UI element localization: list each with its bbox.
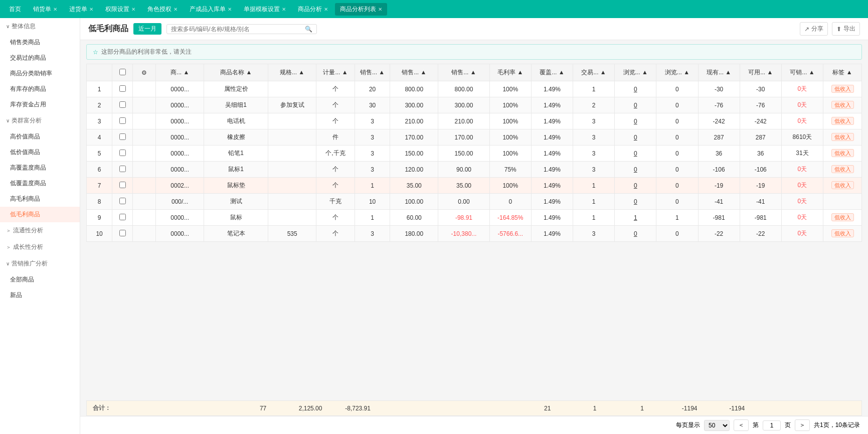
nav-template-settings[interactable]: 单据模板设置 ✕	[239, 3, 291, 16]
sidebar-section-group[interactable]: ∨ 类群富分析	[0, 112, 80, 129]
nav-role-auth[interactable]: 角色授权 ✕	[142, 3, 183, 16]
nav-close-analysis-list[interactable]: ✕	[378, 7, 382, 12]
export-button[interactable]: ⬆ 导出	[832, 22, 860, 36]
sidebar-item-high-profit[interactable]: 高毛利商品	[0, 191, 80, 207]
nav-product-analysis-list[interactable]: 商品分析列表 ✕	[335, 3, 387, 16]
cell-checkbox[interactable]	[112, 81, 133, 97]
next-page-button[interactable]: ＞	[795, 419, 810, 431]
sidebar-item-stocked-products[interactable]: 有库存的商品	[0, 81, 80, 97]
th-spec[interactable]: 规格... ▲	[268, 64, 316, 81]
cell-browse1[interactable]: 1	[615, 210, 656, 226]
cell-browse1[interactable]: 0	[615, 226, 656, 242]
cell-browse1[interactable]: 0	[615, 194, 656, 210]
sidebar-item-stock-capital[interactable]: 库存资金占用	[0, 97, 80, 112]
th-code[interactable]: 商... ▲	[156, 64, 204, 81]
sidebar-item-low-value[interactable]: 低价值商品	[0, 144, 80, 160]
row-checkbox[interactable]	[119, 85, 126, 92]
row-checkbox[interactable]	[119, 198, 126, 204]
th-profit-rate[interactable]: 毛利率 ▲	[489, 64, 531, 81]
prev-page-button[interactable]: ＜	[734, 419, 749, 431]
nav-close-permission[interactable]: ✕	[131, 7, 135, 12]
filter-recent-month-button[interactable]: 近一月	[133, 23, 161, 35]
th-unit[interactable]: 计量... ▲	[316, 64, 355, 81]
nav-sales-order[interactable]: 销货单 ✕	[28, 3, 62, 16]
nav-close-finished-goods[interactable]: ✕	[228, 7, 232, 12]
nav-product-analysis[interactable]: 商品分析 ✕	[293, 3, 333, 16]
th-name[interactable]: 商品名称 ▲	[204, 64, 268, 81]
cell-checkbox[interactable]	[112, 97, 133, 113]
th-sales-price[interactable]: 销售... ▲	[390, 64, 438, 81]
nav-close-product-analysis[interactable]: ✕	[324, 7, 328, 12]
cell-browse1[interactable]: 0	[615, 113, 656, 129]
cell-checkbox[interactable]	[112, 194, 133, 210]
cell-checkbox[interactable]	[112, 162, 133, 178]
row-checkbox[interactable]	[119, 214, 126, 220]
sidebar-item-new-products[interactable]: 新品	[0, 287, 80, 303]
cell-browse1[interactable]: 0	[615, 81, 656, 97]
sidebar-section-flow[interactable]: ＞ 流通性分析	[0, 222, 80, 239]
cell-checkbox[interactable]	[112, 129, 133, 146]
row-checkbox[interactable]	[119, 117, 126, 124]
per-page-select[interactable]: 50 100 200	[704, 420, 730, 431]
sidebar-item-high-coverage[interactable]: 高覆盖度商品	[0, 160, 80, 176]
th-current-stock[interactable]: 现有... ▲	[698, 64, 740, 81]
nav-close-purchase-order[interactable]: ✕	[89, 7, 93, 12]
sidebar-item-all-products[interactable]: 全部商品	[0, 272, 80, 287]
sidebar-item-traded-products[interactable]: 交易过的商品	[0, 50, 80, 66]
sidebar-section-growth[interactable]: ＞ 成长性分析	[0, 239, 80, 255]
th-coverage[interactable]: 覆盖... ▲	[531, 64, 573, 81]
row-checkbox[interactable]	[119, 133, 126, 140]
cell-index: 1	[87, 81, 112, 97]
nav-close-sales-order[interactable]: ✕	[53, 7, 57, 12]
th-available-stock[interactable]: 可用... ▲	[740, 64, 781, 81]
share-button[interactable]: ↗ 分享	[800, 22, 828, 36]
row-checkbox[interactable]	[119, 230, 126, 236]
th-checkbox[interactable]	[112, 64, 133, 81]
nav-close-role-auth[interactable]: ✕	[173, 7, 178, 12]
cell-trade: 1	[573, 81, 615, 97]
th-trade[interactable]: 交易... ▲	[573, 64, 615, 81]
row-checkbox[interactable]	[119, 166, 126, 172]
sidebar-section-marketing[interactable]: ∨ 营销推广分析	[0, 255, 80, 272]
cell-browse1[interactable]: 0	[615, 178, 656, 194]
row-checkbox[interactable]	[119, 101, 126, 108]
cell-checkbox[interactable]	[112, 146, 133, 162]
sidebar-item-category-rate[interactable]: 商品分类助销率	[0, 66, 80, 81]
search-input[interactable]	[171, 26, 305, 33]
nav-finished-goods[interactable]: 产成品入库单 ✕	[185, 3, 237, 16]
nav-close-template[interactable]: ✕	[282, 7, 286, 12]
th-sales-qty[interactable]: 销售... ▲	[355, 64, 390, 81]
select-all-checkbox[interactable]	[119, 69, 126, 75]
sidebar-item-sales-products[interactable]: 销售类商品	[0, 35, 80, 50]
cell-checkbox[interactable]	[112, 210, 133, 226]
cell-checkbox[interactable]	[112, 226, 133, 242]
th-browse2[interactable]: 浏览... ▲	[656, 64, 698, 81]
footer-spacer2	[382, 405, 524, 412]
cell-coverage: 1.49%	[531, 194, 573, 210]
cell-browse1[interactable]: 0	[615, 97, 656, 113]
th-browse1[interactable]: 浏览... ▲	[615, 64, 656, 81]
cell-checkbox[interactable]	[112, 178, 133, 194]
cell-checkbox[interactable]	[112, 113, 133, 129]
th-sellable-days[interactable]: 可销... ▲	[781, 64, 823, 81]
cell-browse1[interactable]: 0	[615, 129, 656, 146]
sidebar-item-low-profit[interactable]: 低毛利商品	[0, 207, 80, 222]
nav-permission-settings[interactable]: 权限设置 ✕	[100, 3, 140, 16]
nav-purchase-order[interactable]: 进货单 ✕	[64, 3, 98, 16]
sidebar-item-low-coverage[interactable]: 低覆盖度商品	[0, 176, 80, 191]
sidebar-item-high-value[interactable]: 高价值商品	[0, 129, 80, 144]
data-table-wrapper[interactable]: ⚙ 商... ▲ 商品名称 ▲ 规格... ▲ 计量... ▲ 销售... ▲ …	[80, 64, 868, 400]
info-bar: ☆ 这部分商品的利润非常低，请关注	[86, 44, 862, 60]
cell-available-stock: -30	[740, 81, 781, 97]
search-icon[interactable]: 🔍	[305, 26, 312, 33]
row-checkbox[interactable]	[119, 182, 126, 188]
cell-browse1[interactable]: 0	[615, 146, 656, 162]
nav-home[interactable]: 首页	[4, 3, 26, 16]
row-checkbox[interactable]	[119, 150, 126, 156]
cell-browse1[interactable]: 0	[615, 162, 656, 178]
th-tag[interactable]: 标签 ▲	[823, 64, 862, 81]
th-sales-amount[interactable]: 销售... ▲	[438, 64, 489, 81]
th-setting[interactable]: ⚙	[133, 64, 156, 81]
page-number-input[interactable]	[763, 420, 781, 430]
sidebar-section-overall[interactable]: ∨ 整体信息	[0, 18, 80, 35]
